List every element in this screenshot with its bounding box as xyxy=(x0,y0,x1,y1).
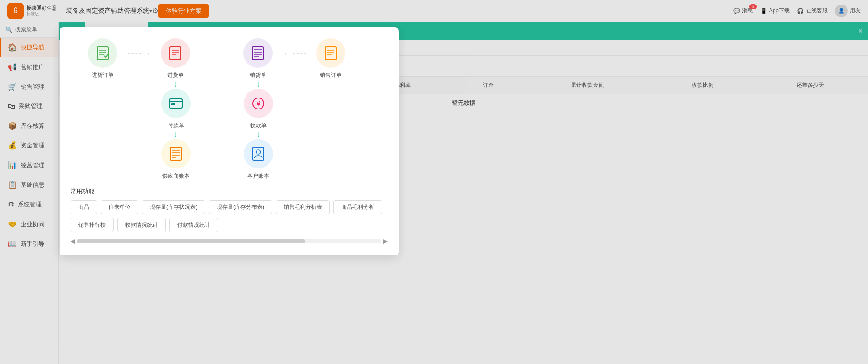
flow-node-receipt[interactable]: ¥ 收款单 xyxy=(235,89,281,130)
scroll-left-arrow[interactable]: ◀ xyxy=(71,238,75,244)
flow-node-payment[interactable]: 付款单 xyxy=(153,89,199,130)
func-buttons: 商品 往来单位 现存量(库存状况表) 现存量(库存分布表) 销售毛利分析表 商品… xyxy=(71,200,388,214)
func-btn-payment-stats[interactable]: 付款情况统计 xyxy=(169,218,218,232)
flow-circle-receipt: ¥ xyxy=(244,89,273,118)
svg-rect-19 xyxy=(171,103,175,105)
flow-circle-supplier-ledger xyxy=(161,139,191,168)
func-btn-stock-status[interactable]: 现存量(库存状况表) xyxy=(142,200,205,214)
flow-node-sales-order[interactable]: 销售订单 xyxy=(308,38,354,79)
func-btn-product-profit[interactable]: 商品毛利分析 xyxy=(333,200,382,214)
app-wrapper: 6 畅康通好生意 标准版 装备及固定资产辅助管理系统 ▾ ⚙ 体验行业方案 💬 … xyxy=(0,0,868,364)
flow-node-sales-doc[interactable]: 销货单 xyxy=(235,38,281,79)
common-functions: 常用功能 商品 往来单位 现存量(库存状况表) 现存量(库存分布表) 销售毛利分… xyxy=(71,187,388,232)
modal-overlay[interactable]: 进货订单 - - - - → 进货单 xyxy=(0,0,868,364)
arrow-sales-order-to-doc: ← - - - - xyxy=(283,48,306,59)
flow-node-supplier-ledger[interactable]: 供应商账本 xyxy=(153,139,199,180)
flow-circle-purchase-doc xyxy=(161,38,190,68)
flow-node-purchase-order[interactable]: 进货订单 xyxy=(80,38,126,79)
flow-node-purchase-doc[interactable]: 进货单 xyxy=(153,38,198,79)
flow-circle-customer-ledger xyxy=(244,139,273,168)
func-btn-receipt-stats[interactable]: 收款情况统计 xyxy=(117,218,166,232)
func-btn-supplier[interactable]: 往来单位 xyxy=(101,200,138,214)
svg-text:¥: ¥ xyxy=(256,100,260,107)
flow-circle-sales-doc xyxy=(243,38,273,68)
flow-modal: 进货订单 - - - - → 进货单 xyxy=(60,27,399,255)
func-btn-product[interactable]: 商品 xyxy=(71,200,97,214)
flow-circle-payment xyxy=(161,89,191,118)
svg-rect-0 xyxy=(97,47,108,60)
func-btn-sales-ranking[interactable]: 销售排行榜 xyxy=(71,218,114,232)
svg-rect-4 xyxy=(170,47,181,60)
func-btn-stock-dist[interactable]: 现存量(库存分布表) xyxy=(209,200,272,214)
scroll-right-arrow[interactable]: ▶ xyxy=(383,238,388,244)
flow-circle-sales-order xyxy=(316,38,345,68)
func-btn-sales-profit[interactable]: 销售毛利分析表 xyxy=(276,200,330,214)
svg-rect-22 xyxy=(170,147,181,160)
svg-rect-17 xyxy=(169,99,182,108)
flow-node-customer-ledger[interactable]: 客户账本 xyxy=(235,139,281,180)
arrow-purchase-order-to-doc: - - - - → xyxy=(127,48,151,59)
svg-point-28 xyxy=(256,150,261,154)
svg-rect-13 xyxy=(325,47,336,60)
func-buttons-row2: 销售排行榜 收款情况统计 付款情况统计 xyxy=(71,218,388,232)
common-functions-title: 常用功能 xyxy=(71,187,388,196)
flow-circle-purchase-order xyxy=(88,38,117,68)
svg-rect-8 xyxy=(252,47,263,60)
